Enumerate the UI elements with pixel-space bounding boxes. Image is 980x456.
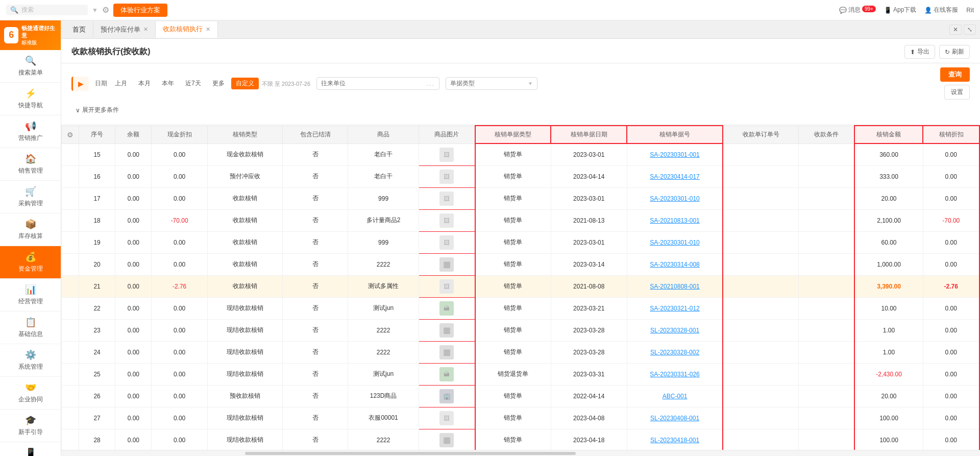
row-settings[interactable] xyxy=(62,187,79,209)
sidebar-item-operations[interactable]: 📊 经营管理 xyxy=(0,279,61,311)
date-btn-this-year[interactable]: 本年 xyxy=(157,78,179,89)
table-wrapper[interactable]: ⚙ 序号 余额 现金折扣 核销类型 包含已结清 商品 商品图片 核销单据类型 核… xyxy=(61,125,980,450)
write-off-no-link[interactable]: SA-20230301-001 xyxy=(650,151,699,158)
row-settings[interactable] xyxy=(62,407,79,429)
write-off-no-link[interactable]: SA-20230301-010 xyxy=(650,239,699,246)
from-unit-dots[interactable]: ... xyxy=(426,80,435,87)
sidebar-item-finance[interactable]: 💰 资金管理 xyxy=(0,246,61,279)
expand-toggle[interactable]: ▶ xyxy=(71,77,89,91)
write-off-no-link[interactable]: SL-20230418-001 xyxy=(650,437,699,444)
from-unit-filter[interactable]: 往来单位 ... xyxy=(316,77,439,90)
write-off-no-link[interactable]: SL-20230408-001 xyxy=(650,415,699,422)
write-off-no-link[interactable]: SA-20230301-010 xyxy=(650,195,699,202)
sidebar-item-label: 经营管理 xyxy=(18,297,43,306)
tab-writeoff[interactable]: 收款核销执行 ✕ xyxy=(156,21,218,38)
row-settings[interactable] xyxy=(62,165,79,187)
row-write-off-type: 收款核销 xyxy=(207,209,282,231)
tab-prepay-close[interactable]: ✕ xyxy=(143,26,148,33)
app-download-btn[interactable]: 📱 App下载 xyxy=(884,6,916,14)
write-off-no-link[interactable]: SL-20230328-002 xyxy=(650,349,699,356)
scrollbar-thumb[interactable] xyxy=(245,452,576,455)
row-settings[interactable] xyxy=(62,143,79,165)
th-settings[interactable]: ⚙ xyxy=(62,126,79,143)
row-write-off-doc-type: 销货单 xyxy=(475,385,551,407)
messages-btn[interactable]: 💬 消息 99+ xyxy=(839,6,876,14)
write-off-no-link[interactable]: SA-20230321-012 xyxy=(650,305,699,312)
date-btn-7days[interactable]: 近7天 xyxy=(181,78,206,89)
row-settings[interactable] xyxy=(62,385,79,407)
date-btn-last-month[interactable]: 上月 xyxy=(110,78,132,89)
horizontal-scrollbar[interactable] xyxy=(61,450,980,456)
sidebar-item-sales[interactable]: 🏠 销售管理 xyxy=(0,148,61,181)
write-off-no-link[interactable]: SA-20230414-017 xyxy=(650,173,699,180)
operations-icon: 📊 xyxy=(25,284,36,295)
row-write-off-date: 2023-03-01 xyxy=(551,143,627,165)
row-included-settled: 否 xyxy=(282,231,348,253)
sidebar-item-purchase[interactable]: 🛒 采购管理 xyxy=(0,181,61,213)
row-balance: 0.00 xyxy=(115,231,152,253)
sidebar-item-label: 库存核算 xyxy=(18,232,43,241)
industry-btn[interactable]: 体验行业方案 xyxy=(113,4,167,17)
sidebar-item-hardware[interactable]: 📱 智能硬件 xyxy=(0,442,61,456)
logo-text1: 畅捷通谱好生意 xyxy=(21,25,57,39)
expand-conditions-btn[interactable]: ∨ 展开更多条件 xyxy=(71,104,970,116)
row-settings[interactable] xyxy=(62,275,79,297)
user-area[interactable]: Rit xyxy=(966,7,974,14)
export-icon: ⬆ xyxy=(910,49,915,56)
row-settings[interactable] xyxy=(62,297,79,319)
date-btn-custom[interactable]: 自定义 xyxy=(231,78,259,89)
date-btn-this-month[interactable]: 本月 xyxy=(134,78,155,89)
sidebar-item-system[interactable]: ⚙️ 系统管理 xyxy=(0,344,61,377)
row-settings[interactable] xyxy=(62,231,79,253)
page-header-actions: ⬆ 导出 ↻ 刷新 xyxy=(904,45,970,59)
settings-th-icon[interactable]: ⚙ xyxy=(67,131,74,139)
receipt-type-label: 单据类型 xyxy=(450,79,475,88)
sidebar-item-guide[interactable]: 🎓 新手引导 xyxy=(0,410,61,442)
tab-writeoff-label: 收款核销执行 xyxy=(163,25,203,34)
write-off-no-link[interactable]: SL-20230328-001 xyxy=(650,327,699,334)
date-btn-more[interactable]: 更多 xyxy=(208,78,229,89)
write-off-no-link[interactable]: SA-20210813-001 xyxy=(650,217,699,224)
row-settings[interactable] xyxy=(62,429,79,450)
search-area[interactable]: 🔍 搜索 xyxy=(6,5,88,15)
export-btn[interactable]: ⬆ 导出 xyxy=(904,45,935,59)
sidebar-item-nav[interactable]: ⚡ 快捷导航 xyxy=(0,83,61,115)
sidebar-item-collab[interactable]: 🤝 企业协同 xyxy=(0,377,61,410)
sidebar-item-search[interactable]: 🔍 搜索菜单 xyxy=(0,50,61,83)
row-write-off-amount: 10.00 xyxy=(854,297,923,319)
row-write-off-discount: 0.00 xyxy=(923,429,979,450)
from-unit-input[interactable] xyxy=(348,80,424,87)
tab-home[interactable]: 首页 xyxy=(65,22,93,37)
row-goods: 测试多属性 xyxy=(348,275,419,297)
sidebar-item-inventory[interactable]: 📦 库存核算 xyxy=(0,213,61,246)
setting-btn[interactable]: 设置 xyxy=(944,85,970,100)
row-receipt-condition xyxy=(798,275,854,297)
refresh-btn[interactable]: ↻ 刷新 xyxy=(939,45,970,59)
tab-writeoff-close[interactable]: ✕ xyxy=(206,26,210,33)
tab-close-btn[interactable]: ✕ xyxy=(949,25,962,35)
write-off-no-link[interactable]: SA-20210808-001 xyxy=(650,283,699,290)
row-receipt-condition xyxy=(798,209,854,231)
top-bar-right: 💬 消息 99+ 📱 App下载 👤 在线客服 Rit xyxy=(839,6,974,14)
row-settings[interactable] xyxy=(62,209,79,231)
query-btn[interactable]: 查询 xyxy=(940,67,970,82)
from-unit-label: 往来单位 xyxy=(321,79,346,88)
sidebar-item-marketing[interactable]: 📢 营销推广 xyxy=(0,115,61,148)
row-settings[interactable] xyxy=(62,363,79,385)
row-goods-img: ▦ xyxy=(419,341,475,363)
row-settings[interactable] xyxy=(62,253,79,275)
gear-icon[interactable]: ⚙ xyxy=(102,5,109,15)
tab-prepay[interactable]: 预付冲应付单 ✕ xyxy=(93,22,156,37)
tab-expand-btn[interactable]: ⤡ xyxy=(964,25,976,35)
row-receipt-condition xyxy=(798,319,854,341)
receipt-type-filter[interactable]: 单据类型 ▼ xyxy=(446,77,537,90)
row-no: 27 xyxy=(79,407,115,429)
row-settings[interactable] xyxy=(62,341,79,363)
write-off-no-link[interactable]: ABC-001 xyxy=(663,393,688,400)
sidebar-item-basic-info[interactable]: 📋 基础信息 xyxy=(0,311,61,344)
row-settings[interactable] xyxy=(62,319,79,341)
write-off-no-link[interactable]: SA-20230314-008 xyxy=(650,261,699,268)
online-service-btn[interactable]: 👤 在线客服 xyxy=(924,6,958,14)
purchase-icon: 🛒 xyxy=(25,186,36,197)
write-off-no-link[interactable]: SA-20230331-026 xyxy=(650,371,699,378)
